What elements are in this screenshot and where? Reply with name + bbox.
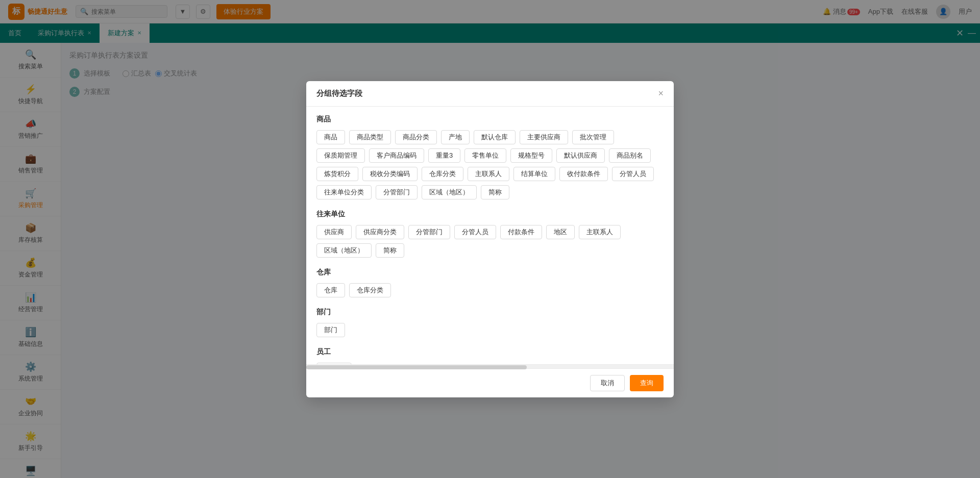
modal-scroll-thumb bbox=[306, 365, 527, 369]
tag-partner-0[interactable]: 供应商 bbox=[316, 225, 352, 239]
modal-dialog: 分组待选字段 × 商品 商品 商品类型 商品分类 产地 默认仓库 主要供应商 bbox=[306, 81, 674, 397]
cancel-button[interactable]: 取消 bbox=[590, 375, 625, 391]
section-goods: 商品 商品 商品类型 商品分类 产地 默认仓库 主要供应商 批次管理 保质期管理… bbox=[316, 115, 664, 199]
tag-goods-11[interactable]: 规格型号 bbox=[510, 148, 552, 163]
modal-title: 分组待选字段 bbox=[316, 89, 362, 98]
tag-warehouse-1[interactable]: 仓库分类 bbox=[349, 283, 391, 297]
tag-goods-18[interactable]: 结算单位 bbox=[513, 167, 555, 181]
tag-partner-4[interactable]: 付款条件 bbox=[500, 225, 542, 239]
tag-goods-16[interactable]: 仓库分类 bbox=[422, 167, 463, 181]
tag-partner-3[interactable]: 分管人员 bbox=[454, 225, 496, 239]
tag-partner-7[interactable]: 区域（地区） bbox=[316, 243, 372, 258]
section-partner-title: 往来单位 bbox=[316, 210, 664, 219]
tag-warehouse-0[interactable]: 仓库 bbox=[316, 283, 345, 297]
modal-close-btn[interactable]: × bbox=[658, 88, 664, 99]
tag-goods-13[interactable]: 商品别名 bbox=[609, 148, 651, 163]
tag-partner-5[interactable]: 地区 bbox=[546, 225, 575, 239]
tag-goods-21[interactable]: 往来单位分类 bbox=[316, 185, 372, 199]
tag-goods-17[interactable]: 主联系人 bbox=[468, 167, 509, 181]
tag-partner-2[interactable]: 分管部门 bbox=[408, 225, 450, 239]
tag-goods-4[interactable]: 默认仓库 bbox=[474, 130, 516, 144]
section-department-tags: 部门 bbox=[316, 323, 664, 337]
tag-goods-24[interactable]: 简称 bbox=[481, 185, 509, 199]
tag-goods-8[interactable]: 客户商品编码 bbox=[369, 148, 424, 163]
confirm-button[interactable]: 查询 bbox=[630, 375, 664, 391]
tag-goods-1[interactable]: 商品类型 bbox=[349, 130, 391, 144]
modal-overlay[interactable]: 分组待选字段 × 商品 商品 商品类型 商品分类 产地 默认仓库 主要供应商 bbox=[61, 43, 980, 478]
tag-goods-9[interactable]: 重量3 bbox=[428, 148, 460, 163]
tag-goods-14[interactable]: 炼货积分 bbox=[316, 167, 358, 181]
modal-horizontal-scrollbar[interactable] bbox=[306, 364, 674, 368]
tag-partner-8[interactable]: 简称 bbox=[376, 243, 404, 258]
main-layout: 🔍 搜索菜单 ⚡ 快捷导航 📣 营销推广 💼 销售管理 🛒 采购管理 📦 库存核… bbox=[0, 43, 980, 478]
tag-goods-22[interactable]: 分管部门 bbox=[376, 185, 418, 199]
section-department-title: 部门 bbox=[316, 308, 664, 317]
modal-footer: 取消 查询 bbox=[306, 368, 674, 397]
section-department: 部门 部门 bbox=[316, 308, 664, 337]
section-employee: 员工 业务员 bbox=[316, 347, 664, 364]
content-area: 采购订单执行表方案设置 1 选择模板 汇总表 交叉统计表 2 方案配置 bbox=[61, 43, 980, 478]
modal-body: 商品 商品 商品类型 商品分类 产地 默认仓库 主要供应商 批次管理 保质期管理… bbox=[306, 107, 674, 364]
section-partner: 往来单位 供应商 供应商分类 分管部门 分管人员 付款条件 地区 主联系人 区域… bbox=[316, 210, 664, 258]
tag-goods-6[interactable]: 批次管理 bbox=[572, 130, 614, 144]
section-employee-title: 员工 bbox=[316, 347, 664, 357]
section-warehouse-tags: 仓库 仓库分类 bbox=[316, 283, 664, 297]
tag-goods-23[interactable]: 区域（地区） bbox=[422, 185, 477, 199]
section-goods-tags: 商品 商品类型 商品分类 产地 默认仓库 主要供应商 批次管理 保质期管理 客户… bbox=[316, 130, 664, 199]
tag-partner-1[interactable]: 供应商分类 bbox=[356, 225, 404, 239]
section-goods-title: 商品 bbox=[316, 115, 664, 124]
section-partner-tags: 供应商 供应商分类 分管部门 分管人员 付款条件 地区 主联系人 区域（地区） … bbox=[316, 225, 664, 258]
tag-goods-3[interactable]: 产地 bbox=[441, 130, 470, 144]
tag-goods-5[interactable]: 主要供应商 bbox=[520, 130, 568, 144]
tag-goods-15[interactable]: 税收分类编码 bbox=[362, 167, 418, 181]
modal-header: 分组待选字段 × bbox=[306, 81, 674, 107]
tag-goods-7[interactable]: 保质期管理 bbox=[316, 148, 365, 163]
tag-goods-0[interactable]: 商品 bbox=[316, 130, 345, 144]
tag-goods-10[interactable]: 零售单位 bbox=[464, 148, 506, 163]
section-warehouse: 仓库 仓库 仓库分类 bbox=[316, 268, 664, 297]
tag-partner-6[interactable]: 主联系人 bbox=[579, 225, 621, 239]
tag-goods-2[interactable]: 商品分类 bbox=[395, 130, 437, 144]
tag-goods-19[interactable]: 收付款条件 bbox=[559, 167, 608, 181]
section-warehouse-title: 仓库 bbox=[316, 268, 664, 277]
tag-goods-20[interactable]: 分管人员 bbox=[612, 167, 654, 181]
tag-department-0[interactable]: 部门 bbox=[316, 323, 345, 337]
tag-goods-12[interactable]: 默认供应商 bbox=[556, 148, 605, 163]
